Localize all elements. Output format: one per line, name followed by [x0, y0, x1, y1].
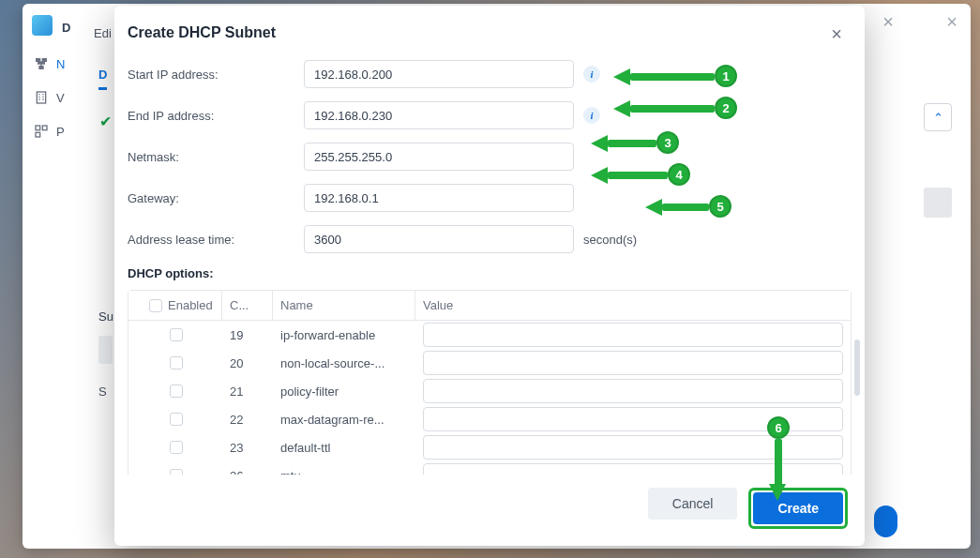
label-lease: Address lease time:: [128, 233, 304, 247]
option-name: mtu: [273, 461, 415, 475]
option-checkbox[interactable]: [170, 469, 183, 475]
grid-icon: [34, 124, 49, 139]
option-value-input[interactable]: [423, 379, 843, 403]
option-code: 26: [222, 461, 273, 475]
label-end-ip: End IP address:: [128, 109, 304, 123]
label-gateway: Gateway:: [128, 191, 304, 205]
parent-right-column: ⌃: [924, 103, 952, 218]
option-checkbox[interactable]: [170, 441, 183, 454]
field-end-ip: End IP address: i: [128, 101, 852, 129]
dialog-title: Create DHCP Subnet: [128, 24, 276, 41]
input-netmask[interactable]: [304, 143, 574, 171]
building-icon: [34, 90, 49, 105]
option-name: non-local-source-...: [273, 349, 415, 377]
option-code: 20: [222, 349, 273, 377]
parent-primary-button[interactable]: [874, 505, 897, 537]
option-value-input[interactable]: [423, 407, 843, 431]
table-header: Enabled C... Name Value: [128, 291, 851, 321]
chevron-up-icon[interactable]: ⌃: [924, 103, 952, 131]
parent-section-label: Su: [98, 309, 113, 324]
parent-grey-row: [98, 336, 113, 364]
parent-breadcrumb: Edi: [94, 26, 112, 40]
svg-rect-1: [36, 126, 40, 130]
lease-suffix: second(s): [583, 233, 637, 247]
parent-sidebar: N V P: [23, 47, 88, 148]
sidebar-item[interactable]: P: [23, 114, 88, 148]
option-value-input[interactable]: [423, 351, 843, 375]
col-value[interactable]: Value: [415, 291, 851, 320]
app-title-fragment: D: [62, 21, 70, 35]
field-start-ip: Start IP address: i: [128, 60, 852, 88]
checkbox-icon[interactable]: [149, 299, 162, 312]
option-checkbox[interactable]: [170, 356, 183, 369]
input-end-ip[interactable]: [304, 101, 574, 129]
field-netmask: Netmask:: [128, 143, 852, 171]
parent-close-icon[interactable]: ×: [946, 11, 957, 33]
annotation-highlight: Create: [748, 488, 848, 529]
sitemap-icon: [34, 56, 49, 71]
svg-rect-3: [36, 132, 40, 137]
col-enabled[interactable]: Enabled: [128, 291, 222, 320]
info-icon[interactable]: i: [583, 107, 600, 124]
cancel-button[interactable]: Cancel: [648, 488, 738, 520]
option-checkbox[interactable]: [170, 385, 183, 398]
table-row: 26mtu: [128, 461, 851, 475]
check-icon: ✔: [99, 113, 112, 130]
parent-close-icon-2[interactable]: ×: [882, 11, 894, 33]
col-code[interactable]: C...: [222, 291, 273, 320]
scrollbar[interactable]: [854, 339, 860, 396]
parent-tab[interactable]: D: [98, 68, 107, 90]
option-name: ip-forward-enable: [273, 321, 415, 349]
option-name: max-datagram-re...: [273, 405, 415, 433]
close-icon[interactable]: ×: [831, 24, 842, 43]
option-checkbox[interactable]: [170, 413, 183, 426]
input-gateway[interactable]: [304, 184, 574, 212]
create-dhcp-subnet-dialog: Create DHCP Subnet × Start IP address: i…: [114, 6, 865, 546]
label-start-ip: Start IP address:: [128, 68, 304, 82]
option-code: 23: [222, 433, 273, 461]
option-code: 22: [222, 405, 273, 433]
option-checkbox[interactable]: [170, 328, 183, 341]
info-icon[interactable]: i: [583, 66, 600, 83]
option-value-input[interactable]: [423, 435, 843, 460]
option-value-input[interactable]: [423, 463, 843, 475]
option-name: policy-filter: [273, 377, 415, 405]
table-row: 20non-local-source-...: [128, 349, 851, 377]
option-name: default-ttl: [273, 433, 415, 461]
sidebar-item[interactable]: V: [23, 81, 88, 114]
parent-grey-box: [924, 188, 952, 218]
table-body: 19ip-forward-enable20non-local-source-..…: [128, 321, 851, 475]
field-gateway: Gateway:: [128, 184, 852, 212]
field-lease: Address lease time: second(s): [128, 225, 852, 253]
table-row: 22max-datagram-re...: [128, 405, 851, 433]
svg-rect-0: [37, 92, 45, 103]
table-row: 23default-ttl: [128, 433, 851, 461]
input-start-ip[interactable]: [304, 60, 574, 88]
option-code: 21: [222, 377, 273, 405]
label-netmask: Netmask:: [128, 150, 304, 164]
sidebar-item[interactable]: N: [23, 47, 88, 81]
table-row: 21policy-filter: [128, 377, 851, 405]
option-value-input[interactable]: [423, 323, 843, 347]
table-row: 19ip-forward-enable: [128, 321, 851, 349]
col-name[interactable]: Name: [273, 291, 415, 320]
dhcp-options-title: DHCP options:: [128, 266, 852, 280]
dhcp-options-table: Enabled C... Name Value 19ip-forward-ena…: [128, 290, 852, 475]
parent-letter: S: [98, 385, 107, 399]
option-code: 19: [222, 321, 273, 349]
app-icon: [32, 15, 53, 36]
input-lease[interactable]: [304, 225, 574, 253]
svg-rect-2: [42, 126, 47, 130]
create-button[interactable]: Create: [753, 492, 843, 524]
